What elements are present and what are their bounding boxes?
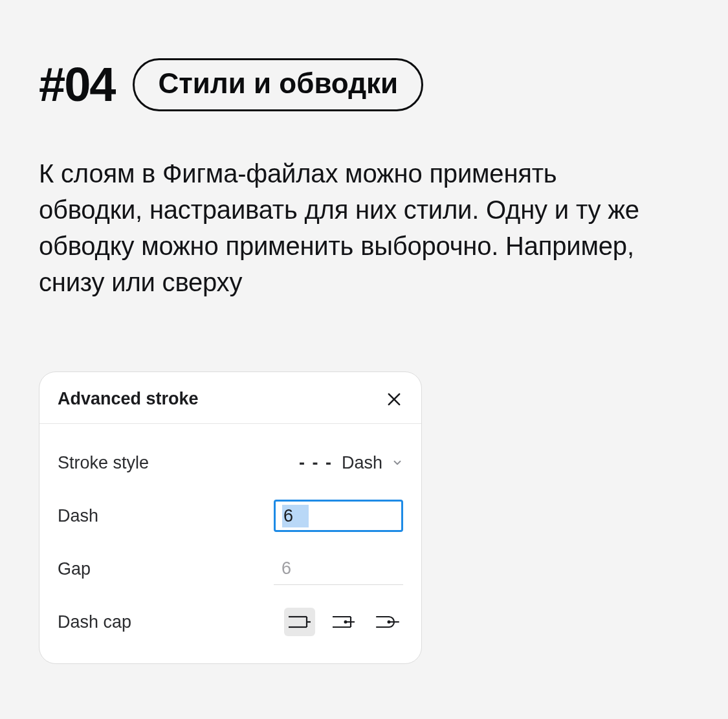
- row-dash: Dash 6: [58, 498, 403, 534]
- panel-header: Advanced stroke: [39, 372, 421, 424]
- label-gap: Gap: [58, 559, 91, 579]
- cap-round-icon: [375, 613, 400, 631]
- cap-none-icon: [287, 613, 312, 631]
- chevron-down-icon: [392, 457, 403, 469]
- panel-title: Advanced stroke: [58, 389, 199, 409]
- dash-cap-round-button[interactable]: [372, 608, 403, 636]
- row-dash-cap: Dash cap: [58, 604, 403, 640]
- heading-number: #04: [39, 61, 115, 109]
- row-gap: Gap 6: [58, 551, 403, 587]
- gap-input[interactable]: 6: [274, 553, 403, 585]
- page-heading: #04 Стили и обводки: [39, 58, 689, 111]
- dash-cap-group: [284, 608, 403, 636]
- label-dash: Dash: [58, 506, 98, 526]
- stroke-style-value: Dash: [342, 453, 382, 473]
- dash-cap-none-button[interactable]: [284, 608, 315, 636]
- gap-input-value: 6: [281, 559, 291, 579]
- dash-cap-square-button[interactable]: [328, 608, 359, 636]
- close-button[interactable]: [385, 390, 403, 408]
- label-dash-cap: Dash cap: [58, 612, 131, 632]
- close-icon: [385, 390, 403, 408]
- heading-badge: Стили и обводки: [133, 58, 423, 111]
- dash-input[interactable]: 6: [274, 500, 403, 532]
- stroke-style-dropdown[interactable]: - - - Dash: [299, 453, 403, 473]
- dash-input-value: 6: [282, 505, 309, 527]
- dash-glyph-icon: - - -: [299, 453, 333, 473]
- label-stroke-style: Stroke style: [58, 453, 149, 473]
- panel-body: Stroke style - - - Dash Dash 6: [39, 424, 421, 663]
- advanced-stroke-panel: Advanced stroke Stroke style - - - Dash: [39, 371, 422, 664]
- cap-square-icon: [331, 613, 356, 631]
- row-stroke-style: Stroke style - - - Dash: [58, 445, 403, 481]
- description-text: К слоям в Фигма-файлах можно применять о…: [39, 155, 660, 300]
